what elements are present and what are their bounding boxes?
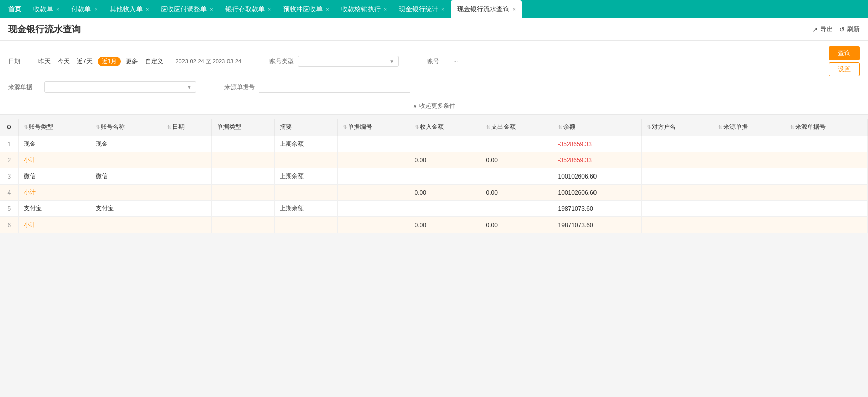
export-button[interactable]: ↗ 导出	[812, 25, 833, 34]
cell-expense: 0.00	[481, 217, 553, 233]
cell-index: 1	[0, 136, 18, 152]
cell-source_doc_no	[785, 136, 868, 152]
col-date[interactable]: ⇅日期	[162, 119, 212, 136]
cell-doc_type	[212, 217, 275, 233]
col-source_doc_no[interactable]: ⇅来源单据号	[785, 119, 868, 136]
account-dots[interactable]: ···	[451, 58, 461, 65]
cell-source_doc	[713, 136, 785, 152]
nav-tab-预收冲应收单[interactable]: 预收冲应收单×	[277, 0, 335, 18]
cell-index: 6	[0, 217, 18, 233]
tab-close-icon[interactable]: ×	[441, 6, 444, 12]
tab-close-icon[interactable]: ×	[384, 6, 387, 12]
col-settings: ⚙	[0, 119, 18, 136]
nav-tab-银行存取款单[interactable]: 银行存取款单×	[219, 0, 277, 18]
col-account_type[interactable]: ⇅账号类型	[18, 119, 90, 136]
col-balance[interactable]: ⇅余额	[553, 119, 642, 136]
source-doc-value	[49, 83, 51, 91]
table-container: ⚙⇅账号类型⇅账号名称⇅日期单据类型摘要⇅单据编号⇅收入金额⇅支出金额⇅余额⇅对…	[0, 119, 868, 233]
nav-tab-现金银行统计[interactable]: 现金银行统计×	[393, 0, 450, 18]
date-shortcut-昨天[interactable]: 昨天	[36, 57, 53, 66]
col-account_name[interactable]: ⇅账号名称	[90, 119, 162, 136]
date-label: 日期	[8, 57, 28, 66]
refresh-button[interactable]: ↺ 刷新	[839, 25, 860, 34]
query-button[interactable]: 查询	[829, 46, 860, 60]
nav-tab-其他收入单[interactable]: 其他收入单×	[104, 0, 155, 18]
account-type-arrow-icon: ▼	[389, 59, 394, 64]
source-doc-no-label: 来源单据号	[224, 83, 255, 92]
table-row: 6小计0.000.0019871073.60	[0, 217, 868, 233]
date-shortcuts: 昨天今天近7天近1月更多自定义	[36, 57, 165, 66]
sort-icon-counterparty: ⇅	[647, 124, 651, 130]
settings-button[interactable]: 设置	[829, 62, 860, 76]
tab-label: 付款单	[71, 5, 91, 14]
tab-label: 现金银行流水查询	[457, 5, 510, 14]
col-summary: 摘要	[275, 119, 337, 136]
tab-close-icon[interactable]: ×	[94, 6, 97, 12]
tab-close-icon[interactable]: ×	[146, 6, 149, 12]
date-shortcut-近1月[interactable]: 近1月	[98, 57, 121, 66]
cell-account_type: 小计	[18, 185, 90, 201]
cell-summary	[275, 185, 337, 201]
cell-account_type: 小计	[18, 152, 90, 168]
table-row: 1现金现金上期余额-3528659.33	[0, 136, 868, 152]
cell-source_doc	[713, 217, 785, 233]
col-expense[interactable]: ⇅支出金额	[481, 119, 553, 136]
source-doc-select[interactable]: ▼	[44, 81, 196, 93]
refresh-label: 刷新	[847, 25, 860, 34]
cell-counterparty	[642, 217, 713, 233]
cell-balance: 100102606.60	[553, 185, 642, 201]
top-nav: 首页 收款单×付款单×其他收入单×应收应付调整单×银行存取款单×预收冲应收单×收…	[0, 0, 868, 18]
sort-icon-source_doc: ⇅	[718, 124, 722, 130]
table-row: 2小计0.000.00-3528659.33	[0, 152, 868, 168]
col-source_doc[interactable]: ⇅来源单据	[713, 119, 785, 136]
cell-date	[162, 201, 212, 217]
tab-close-icon[interactable]: ×	[210, 6, 213, 12]
cell-income: 0.00	[409, 152, 481, 168]
tab-close-icon[interactable]: ×	[513, 6, 516, 12]
cell-source_doc	[713, 201, 785, 217]
cell-balance: 19871073.60	[553, 201, 642, 217]
date-shortcut-近7天[interactable]: 近7天	[75, 57, 95, 66]
cell-source_doc_no	[785, 152, 868, 168]
nav-home-label: 首页	[8, 5, 21, 14]
sort-icon-income: ⇅	[415, 124, 419, 130]
date-shortcut-今天[interactable]: 今天	[56, 57, 72, 66]
table-row: 5支付宝支付宝上期余额19871073.60	[0, 201, 868, 217]
nav-tab-付款单[interactable]: 付款单×	[65, 0, 103, 18]
sort-icon-expense: ⇅	[486, 124, 490, 130]
nav-tab-应收应付调整单[interactable]: 应收应付调整单×	[155, 0, 219, 18]
cell-source_doc	[713, 185, 785, 201]
tab-label: 预收冲应收单	[283, 5, 323, 14]
cell-balance: -3528659.33	[553, 152, 642, 168]
account-type-select[interactable]: ▼	[298, 56, 399, 67]
cell-source_doc_no	[785, 168, 868, 185]
tab-close-icon[interactable]: ×	[268, 6, 271, 12]
cell-source_doc_no	[785, 185, 868, 201]
tab-close-icon[interactable]: ×	[326, 6, 329, 12]
cell-source_doc	[713, 152, 785, 168]
cell-doc_no	[337, 152, 409, 168]
col-doc_no[interactable]: ⇅单据编号	[337, 119, 409, 136]
date-shortcut-自定义[interactable]: 自定义	[143, 57, 165, 66]
nav-home[interactable]: 首页	[2, 0, 27, 18]
cell-doc_no	[337, 201, 409, 217]
cell-doc_no	[337, 168, 409, 185]
nav-tab-收款核销执行[interactable]: 收款核销执行×	[335, 0, 393, 18]
collapse-bar[interactable]: ∧ 收起更多条件	[8, 100, 860, 114]
cell-doc_no	[337, 217, 409, 233]
table-row: 3微信微信上期余额100102606.60	[0, 168, 868, 185]
col-income[interactable]: ⇅收入金额	[409, 119, 481, 136]
tab-close-icon[interactable]: ×	[56, 6, 59, 12]
source-doc-no-input[interactable]	[259, 81, 410, 93]
tab-label: 应收应付调整单	[161, 5, 207, 14]
cell-counterparty	[642, 201, 713, 217]
nav-tab-现金银行流水查询[interactable]: 现金银行流水查询×	[451, 0, 522, 18]
account-label: 账号	[427, 57, 447, 66]
nav-tab-收款单[interactable]: 收款单×	[27, 0, 65, 18]
filter-area: 日期 昨天今天近7天近1月更多自定义 2023-02-24 至 2023-03-…	[0, 41, 868, 115]
col-counterparty[interactable]: ⇅对方户名	[642, 119, 713, 136]
date-shortcut-更多[interactable]: 更多	[124, 57, 140, 66]
cell-income	[409, 168, 481, 185]
cell-expense	[481, 136, 553, 152]
tab-label: 银行存取款单	[225, 5, 265, 14]
